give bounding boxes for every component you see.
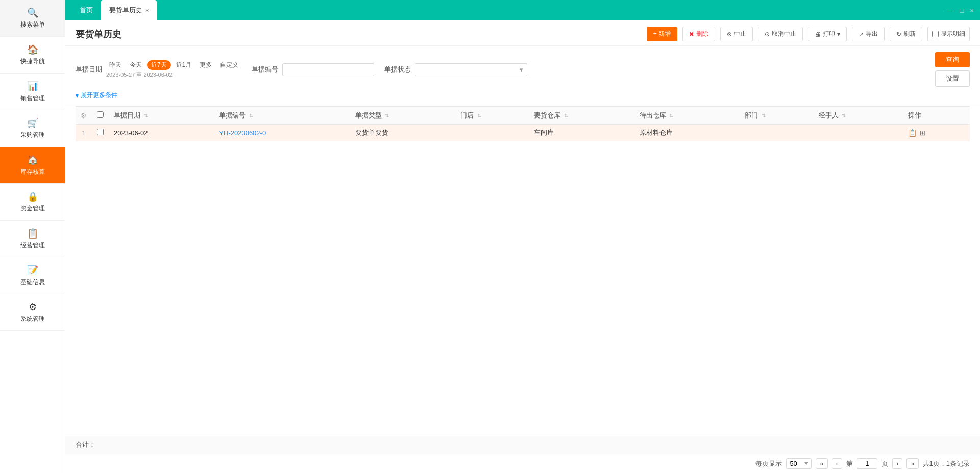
row-dept <box>740 125 813 141</box>
date-btn-custom[interactable]: 自定义 <box>217 60 241 70</box>
date-btn-1month[interactable]: 近1月 <box>173 60 195 70</box>
total-label: 合计： <box>76 440 95 450</box>
sidebar-item-label: 库存核算 <box>20 168 45 176</box>
refresh-button[interactable]: ↻ 刷新 <box>890 27 922 41</box>
row-date: 2023-06-02 <box>109 125 214 141</box>
cart-icon: 🛒 <box>27 117 38 129</box>
row-handler <box>814 125 903 141</box>
prev-page-button[interactable]: ‹ <box>832 458 842 469</box>
first-page-button[interactable]: « <box>816 458 827 469</box>
row-req-warehouse: 车间库 <box>529 125 634 141</box>
col-dept[interactable]: 部门 ⇅ <box>740 107 813 125</box>
sidebar-item-inventory[interactable]: 🏠 库存核算 <box>0 147 65 184</box>
maximize-icon[interactable]: □ <box>960 7 964 14</box>
export-button[interactable]: ↗ 导出 <box>852 27 885 41</box>
lock-icon: 🔒 <box>27 191 38 202</box>
doc-number-input[interactable] <box>282 63 374 76</box>
sidebar-item-quick-nav[interactable]: 🏠 快捷导航 <box>0 37 65 74</box>
doc-number-filter-group: 单据编号 <box>252 63 374 76</box>
tab-home[interactable]: 首页 <box>71 0 101 20</box>
home-icon: 🏠 <box>27 44 38 55</box>
sidebar-item-sales[interactable]: 📊 销售管理 <box>0 74 65 110</box>
query-button[interactable]: 查询 <box>935 52 970 67</box>
sidebar-item-purchase[interactable]: 🛒 采购管理 <box>0 110 65 147</box>
print-dropdown-icon: ▾ <box>837 31 840 38</box>
topbar-right: — □ × <box>947 7 974 14</box>
home-tab-label: 首页 <box>80 6 93 15</box>
sort-type-icon: ⇅ <box>385 113 389 119</box>
col-date[interactable]: 单据日期 ⇅ <box>109 107 214 125</box>
col-req-warehouse[interactable]: 要货仓库 ⇅ <box>529 107 634 125</box>
close-tab-icon[interactable]: × <box>145 7 149 13</box>
col-number[interactable]: 单据编号 ⇅ <box>214 107 350 125</box>
last-page-button[interactable]: » <box>906 458 918 469</box>
sort-dept-icon: ⇅ <box>762 113 766 119</box>
date-btn-7days[interactable]: 近7天 <box>147 60 171 70</box>
col-action: 操作 <box>903 107 970 125</box>
date-btn-yesterday[interactable]: 昨天 <box>106 60 125 70</box>
content-area: 要货单历史 + 新增 ✖ 删除 ⊗ 中止 ⊙ 取消中止 🖨 打印 <box>65 20 980 473</box>
active-tab-label: 要货单历史 <box>109 6 142 15</box>
sort-date-icon: ⇅ <box>144 113 148 119</box>
minimize-icon[interactable]: — <box>947 7 954 14</box>
col-dest-warehouse[interactable]: 待出仓库 ⇅ <box>634 107 740 125</box>
close-window-icon[interactable]: × <box>970 7 974 14</box>
row-checkbox-cell <box>92 125 109 141</box>
display-detail-checkbox[interactable] <box>932 31 939 37</box>
sidebar-item-label: 采购管理 <box>20 131 45 139</box>
cancel-stop-button[interactable]: ⊙ 取消中止 <box>758 27 803 41</box>
col-handler[interactable]: 经手人 ⇅ <box>814 107 903 125</box>
sidebar-item-label: 快捷导航 <box>20 57 45 66</box>
page-header: 要货单历史 + 新增 ✖ 删除 ⊗ 中止 ⊙ 取消中止 🖨 打印 <box>65 20 980 46</box>
cancel-stop-icon: ⊙ <box>765 31 770 38</box>
delete-button[interactable]: ✖ 删除 <box>682 27 715 41</box>
date-btn-today[interactable]: 今天 <box>127 60 145 70</box>
select-all-checkbox[interactable] <box>97 111 104 118</box>
setting-button[interactable]: 设置 <box>935 70 970 87</box>
row-type: 要货单要货 <box>350 125 455 141</box>
sidebar-item-label: 资金管理 <box>20 204 45 213</box>
sidebar-item-search-menu[interactable]: 🔍 搜索菜单 <box>0 0 65 37</box>
stop-button[interactable]: ⊗ 中止 <box>720 27 753 41</box>
sidebar-item-system[interactable]: ⚙ 系统管理 <box>0 294 65 331</box>
row-number-link[interactable]: YH-20230602-0 <box>219 129 266 137</box>
page-input-suffix: 页 <box>881 459 888 468</box>
date-btn-more[interactable]: 更多 <box>197 60 215 70</box>
sidebar-item-finance[interactable]: 🔒 资金管理 <box>0 184 65 221</box>
sidebar-item-operation[interactable]: 📋 经营管理 <box>0 221 65 257</box>
topbar: 首页 要货单历史 × — □ × <box>65 0 980 20</box>
sidebar-item-label: 销售管理 <box>20 94 45 103</box>
page-number-input[interactable] <box>857 458 877 469</box>
row-dest-warehouse: 原材料仓库 <box>634 125 740 141</box>
col-settings[interactable]: ⚙ <box>76 107 92 125</box>
data-table: ⚙ 单据日期 ⇅ 单据编号 ⇅ 单据类型 <box>76 106 970 141</box>
sort-req-warehouse-icon: ⇅ <box>564 113 568 119</box>
doc-number-label: 单据编号 <box>252 65 278 74</box>
page-input-prefix: 第 <box>846 459 853 468</box>
page-size-label: 每页显示 <box>755 459 782 468</box>
row-checkbox[interactable] <box>97 129 104 135</box>
chart-icon: 📊 <box>27 81 38 92</box>
table-footer: 合计： <box>65 436 980 454</box>
sidebar-item-basic-info[interactable]: 📝 基础信息 <box>0 257 65 294</box>
sidebar-item-label: 系统管理 <box>20 315 45 323</box>
status-input[interactable] <box>415 63 527 76</box>
new-button[interactable]: + 新增 <box>647 27 677 41</box>
next-page-button[interactable]: › <box>892 458 902 469</box>
sidebar-item-label: 基础信息 <box>20 278 45 287</box>
inventory-icon: 🏠 <box>27 154 38 165</box>
refresh-icon: ↻ <box>896 31 901 38</box>
view-action-icon[interactable]: 📋 <box>908 129 917 137</box>
pagination-summary: 共1页，1条记录 <box>923 459 970 468</box>
col-store[interactable]: 门店 ⇅ <box>455 107 529 125</box>
print-button[interactable]: 🖨 打印 ▾ <box>808 27 847 41</box>
table-row: 1 2023-06-02 YH-20230602-0 要货单要货 车间库 原材料… <box>76 125 970 141</box>
col-type[interactable]: 单据类型 ⇅ <box>350 107 455 125</box>
page-size-select[interactable]: 20 50 100 <box>786 458 812 469</box>
expand-more-button[interactable]: ▾ 展开更多条件 <box>76 91 970 100</box>
display-detail-button[interactable]: 显示明细 <box>927 27 970 41</box>
copy-action-icon[interactable]: ⊞ <box>920 129 926 137</box>
clipboard-icon: 📋 <box>27 228 38 239</box>
tab-active[interactable]: 要货单历史 × <box>101 0 157 20</box>
sort-dest-warehouse-icon: ⇅ <box>669 113 673 119</box>
